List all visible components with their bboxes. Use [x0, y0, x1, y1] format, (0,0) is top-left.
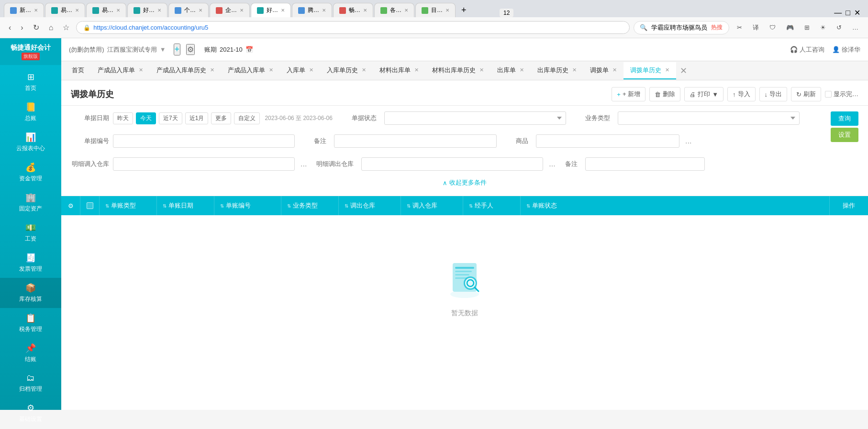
app-tab-material-out[interactable]: 材料出库单 ✕	[373, 62, 425, 79]
app-tab-transfer-close[interactable]: ✕	[612, 67, 617, 73]
th-handler[interactable]: ⇅ 经手人	[463, 196, 521, 215]
add-org-button[interactable]: +	[174, 44, 181, 55]
goods-dots-icon[interactable]: ...	[685, 137, 691, 145]
scissors-icon[interactable]: ✂	[733, 22, 746, 33]
user-menu[interactable]: 👤 徐泽华	[832, 45, 860, 54]
game-icon[interactable]: 🎮	[782, 22, 798, 33]
app-tab-product-in[interactable]: 产成品入库单 ✕	[91, 62, 150, 79]
filter-settings-button[interactable]: 设置	[831, 128, 858, 142]
sidebar-item-reports[interactable]: 📊 云报表中心	[0, 127, 61, 157]
print-button[interactable]: 🖨 打印 ▼	[684, 87, 723, 101]
search-bar[interactable]: 🔍 学霸应聘市场驱鸟员 热搜	[634, 21, 729, 34]
th-number[interactable]: ⇅ 单账编号	[214, 196, 281, 215]
close-button[interactable]: ✕	[854, 8, 860, 17]
tab-close-9[interactable]: ✕	[363, 8, 367, 13]
app-tab-outbound-hist-close[interactable]: ✕	[572, 67, 577, 73]
app-tab-inbound-hist[interactable]: 入库单历史 ✕	[320, 62, 373, 79]
app-tab-product-in-hist-close[interactable]: ✕	[210, 67, 214, 73]
app-tab-product-in-hist[interactable]: 产成品入库单历史 ✕	[150, 62, 221, 79]
sidebar-item-capital[interactable]: 💰 资金管理	[0, 157, 61, 187]
more-icon[interactable]: …	[848, 22, 862, 33]
shield-icon[interactable]: 🛡	[766, 22, 779, 33]
forward-button[interactable]: ›	[18, 22, 26, 34]
sidebar-item-assets[interactable]: 🏢 固定资产	[0, 187, 61, 218]
app-tab-product-in2-close[interactable]: ✕	[269, 67, 273, 73]
date-7days-button[interactable]: 近7天	[159, 112, 182, 124]
detail-out-dots-icon[interactable]: ...	[549, 160, 555, 168]
th-settings[interactable]: ⚙	[61, 196, 80, 215]
bookmark-button[interactable]: ☆	[60, 21, 72, 34]
org-settings-button[interactable]: ⚙	[186, 44, 195, 55]
tab-close-1[interactable]: ✕	[34, 8, 38, 13]
export-button[interactable]: ↓ 导出	[759, 87, 788, 101]
app-tab-product-in-close[interactable]: ✕	[139, 67, 143, 73]
collapse-filter-button[interactable]: ∧ 收起更多条件	[71, 176, 858, 190]
delete-button[interactable]: 🗑 删除	[649, 87, 680, 101]
tab-close-10[interactable]: ✕	[404, 8, 408, 13]
status-select[interactable]	[384, 111, 566, 125]
remark-input[interactable]	[334, 134, 497, 148]
date-custom-button[interactable]: 自定义	[234, 112, 260, 124]
period-selector[interactable]: 账期 2021-10 📅	[204, 45, 253, 54]
close-all-tabs-button[interactable]: ✕	[676, 64, 691, 78]
app-tab-outbound[interactable]: 出库单 ✕	[490, 62, 531, 79]
th-date[interactable]: ⇅ 单账日期	[157, 196, 214, 215]
query-button[interactable]: 查询	[831, 111, 858, 126]
import-button[interactable]: ↑ 导入	[727, 87, 756, 101]
history-icon[interactable]: ↺	[833, 22, 846, 33]
org-selector[interactable]: (勿删勿禁用) 江西服宝测试专用 ▼	[69, 45, 166, 54]
app-tab-material-out-hist[interactable]: 材料出库单历史 ✕	[425, 62, 490, 79]
detail-out-input[interactable]	[361, 157, 543, 171]
th-in-wh[interactable]: ⇅ 调入仓库	[401, 196, 463, 215]
maximize-button[interactable]: □	[846, 9, 850, 17]
app-tab-material-out-hist-close[interactable]: ✕	[479, 67, 484, 73]
browser-tab-7[interactable]: 好… ✕	[251, 3, 291, 17]
app-tab-transfer-hist[interactable]: 调拨单历史 ✕	[623, 62, 676, 79]
display-complete-checkbox[interactable]: 显示完…	[825, 90, 858, 99]
app-tab-outbound-close[interactable]: ✕	[520, 67, 524, 73]
app-tab-home[interactable]: 首页	[65, 62, 91, 79]
app-tab-inbound-hist-close[interactable]: ✕	[362, 67, 366, 73]
app-tab-product-in2[interactable]: 产成品入库单 ✕	[221, 62, 280, 79]
sidebar-item-inventory[interactable]: 📦 库存核算	[0, 278, 61, 308]
doc-number-input[interactable]	[113, 134, 295, 148]
detail-remark-input[interactable]	[585, 157, 705, 171]
th-type[interactable]: ⇅ 单账类型	[100, 196, 157, 215]
sidebar-item-invoice[interactable]: 🧾 发票管理	[0, 248, 61, 278]
url-bar[interactable]: 🔒 https://cloud.chanjet.com/accounting/u…	[76, 21, 630, 34]
browser-tab-8[interactable]: 腾… ✕	[292, 3, 332, 17]
th-out-wh[interactable]: ⇅ 调出仓库	[339, 196, 401, 215]
sidebar-item-closing[interactable]: 📌 结账	[0, 338, 61, 368]
detail-in-selector[interactable]: ...	[113, 157, 307, 171]
app-tab-transfer[interactable]: 调拨单 ✕	[583, 62, 623, 79]
theme-icon[interactable]: ☀	[816, 22, 830, 33]
refresh-button[interactable]: ↻ 刷新	[791, 87, 821, 101]
app-tab-transfer-hist-close[interactable]: ✕	[665, 67, 669, 73]
browser-tab-3[interactable]: 易… ✕	[86, 3, 126, 17]
tab-close-11[interactable]: ✕	[445, 8, 449, 13]
new-tab-button[interactable]: +	[456, 3, 495, 17]
date-yesterday-button[interactable]: 昨天	[113, 112, 133, 124]
browser-tab-10[interactable]: 各… ✕	[374, 3, 414, 17]
app-tab-outbound-hist[interactable]: 出库单历史 ✕	[531, 62, 583, 79]
biz-type-select[interactable]	[618, 111, 800, 125]
th-biz-type[interactable]: ⇅ 业务类型	[281, 196, 339, 215]
th-status[interactable]: ⇅ 单账状态	[521, 196, 830, 215]
tab-close-6[interactable]: ✕	[240, 8, 244, 13]
detail-out-selector[interactable]: ...	[361, 157, 555, 171]
app-tab-inbound[interactable]: 入库单 ✕	[280, 62, 320, 79]
home-button[interactable]: ⌂	[46, 22, 56, 34]
tab-close-2[interactable]: ✕	[75, 8, 79, 13]
minimize-button[interactable]: —	[834, 9, 842, 17]
sidebar-item-ledger[interactable]: 📒 总账	[0, 97, 61, 127]
tab-close-5[interactable]: ✕	[199, 8, 202, 13]
app-tab-inbound-close[interactable]: ✕	[309, 67, 313, 73]
sidebar-item-archive[interactable]: 🗂 归档管理	[0, 368, 61, 398]
browser-tab-11[interactable]: 目… ✕	[415, 3, 456, 17]
detail-in-input[interactable]	[113, 157, 295, 171]
service-button[interactable]: 🎧 人工咨询	[790, 45, 824, 54]
tab-close-8[interactable]: ✕	[322, 8, 326, 13]
date-1month-button[interactable]: 近1月	[185, 112, 209, 124]
tab-close-7[interactable]: ✕	[281, 8, 285, 13]
tab-close-3[interactable]: ✕	[116, 8, 120, 13]
